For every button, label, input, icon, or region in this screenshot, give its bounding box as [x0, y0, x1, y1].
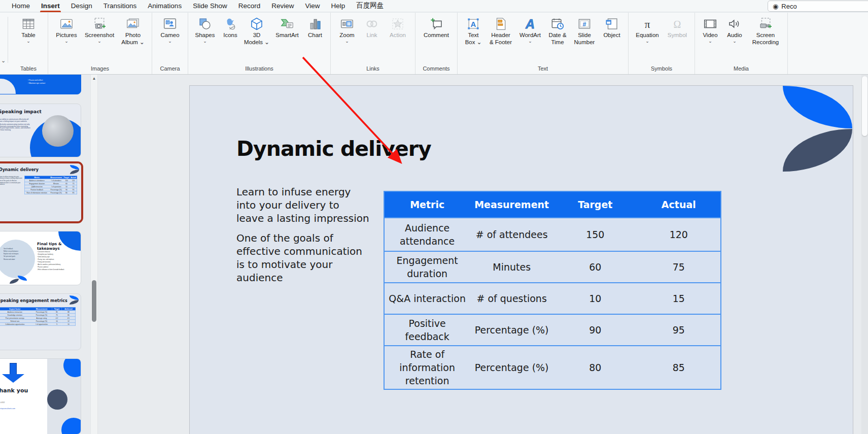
- table-row[interactable]: Audience attendance# of attendees150120: [384, 218, 721, 251]
- table-cell[interactable]: 95: [637, 314, 721, 346]
- menu-tab-百度网盘[interactable]: 百度网盘: [351, 0, 389, 13]
- ribbon-button-object[interactable]: Object: [599, 14, 625, 39]
- menu-tab-help[interactable]: Help: [326, 0, 351, 12]
- table-row[interactable]: Positive feedbackPercentage (%)9095: [384, 314, 721, 346]
- ribbon-group-label-illustrations: Illustrations: [191, 64, 327, 74]
- thumbnail-scrollbar-thumb[interactable]: [92, 280, 96, 322]
- table-cell[interactable]: # of questions: [470, 283, 553, 314]
- slide-paragraph: Learn to infuse energy into your deliver…: [236, 185, 369, 225]
- ribbon-button-chart[interactable]: Chart: [303, 14, 327, 39]
- table-header-metric[interactable]: Metric: [384, 191, 470, 218]
- record-button[interactable]: ◉ Reco: [768, 1, 868, 12]
- chevron-down-icon: ⌄: [97, 39, 101, 44]
- menu-tab-insert[interactable]: Insert: [36, 0, 65, 12]
- ribbon-button-wordart[interactable]: AWordArt⌄: [515, 14, 545, 44]
- ribbon-button-slide-number[interactable]: #SlideNumber: [570, 14, 599, 46]
- ribbon-button-smartart[interactable]: SmartArt: [271, 14, 303, 39]
- chevron-down-icon[interactable]: ⌄: [1, 57, 6, 64]
- thumbnail-scrollbar[interactable]: ▲: [90, 75, 98, 434]
- table-cell[interactable]: Minutes: [470, 251, 553, 283]
- table-cell[interactable]: 15: [637, 283, 721, 314]
- ribbon-button-3d-models[interactable]: 3DModels ⌄: [242, 14, 271, 46]
- canvas-scrollbar-thumb[interactable]: [862, 76, 867, 136]
- table-cell[interactable]: Positive feedback: [384, 314, 470, 346]
- table-cell[interactable]: 150: [553, 218, 637, 251]
- table-cell[interactable]: Rate of information retention: [384, 346, 470, 389]
- slide-thumbnail-5[interactable]: Speaking engagement metricsImpact factor…: [0, 293, 81, 350]
- ribbon-button-label: Screen: [756, 31, 775, 39]
- ribbon-button-text-box[interactable]: ATextBox ⌄: [461, 14, 486, 46]
- table-cell[interactable]: 120: [637, 218, 721, 251]
- menu-tab-review[interactable]: Review: [266, 0, 299, 12]
- ribbon-button-screen-recording[interactable]: ScreenRecording: [747, 14, 784, 46]
- ribbon-button-comment[interactable]: Comment: [419, 14, 454, 39]
- menu-tab-home[interactable]: Home: [6, 0, 36, 12]
- table-header-actual[interactable]: Actual: [637, 191, 721, 218]
- table-cell[interactable]: 10: [553, 283, 637, 314]
- slide-thumbnail-1[interactable]: • Pause and reflect• Maintain eye contac…: [0, 75, 81, 94]
- ribbon-group-links: Zoom⌄LinkActionLinks: [331, 13, 415, 74]
- ribbon-group-camera: PCameo⌄Camera: [152, 13, 188, 74]
- metrics-table[interactable]: MetricMeasurementTargetActualAudience at…: [384, 191, 721, 390]
- slide-body-textbox[interactable]: Learn to infuse energy into your deliver…: [236, 185, 369, 284]
- menu-tab-animations[interactable]: Animations: [142, 0, 187, 12]
- menu-tab-design[interactable]: Design: [65, 0, 98, 12]
- ribbon-button-cameo[interactable]: PCameo⌄: [155, 14, 185, 44]
- ribbon-button-equation[interactable]: πEquation⌄: [632, 14, 663, 44]
- scroll-up-icon[interactable]: ▲: [91, 76, 97, 81]
- table-cell[interactable]: Q&A interaction: [384, 283, 470, 314]
- slide-title[interactable]: Dynamic delivery: [236, 137, 431, 161]
- photo-album-icon: [125, 16, 141, 31]
- ribbon-button-zoom[interactable]: Zoom⌄: [334, 14, 360, 44]
- slide-thumbnail-4[interactable]: Seek feedbackReflect on performanceExplo…: [0, 231, 81, 285]
- table-row[interactable]: Rate of information retentionPercentage …: [384, 346, 721, 389]
- table-cell[interactable]: Percentage (%): [470, 346, 553, 389]
- slide-canvas[interactable]: Dynamic delivery Learn to infuse energy …: [189, 85, 853, 434]
- chevron-down-icon: ⌄: [203, 39, 207, 44]
- ribbon-button-label: Screenshot: [85, 31, 114, 39]
- menu-tab-record[interactable]: Record: [233, 0, 266, 12]
- table-cell[interactable]: 75: [637, 251, 721, 283]
- ribbon-button-icons[interactable]: Icons: [219, 14, 242, 39]
- menu-tab-slide-show[interactable]: Slide Show: [187, 0, 233, 12]
- slide-thumbnail-2[interactable]: Speaking impactYour ability to communica…: [0, 104, 81, 157]
- slide-thumbnail-3-selected[interactable]: Dynamic deliveryLearn to infuse energy i…: [0, 161, 83, 223]
- symbol-icon: Ω: [670, 16, 685, 31]
- text-box-icon: A: [466, 16, 481, 31]
- ribbon-button-shapes[interactable]: Shapes⌄: [191, 14, 219, 44]
- ribbon-button-photo-album[interactable]: PhotoAlbum ⌄: [117, 14, 149, 46]
- ribbon-button-label: 3D: [253, 31, 261, 39]
- table-cell[interactable]: Audience attendance: [384, 218, 470, 251]
- shapes-icon: [197, 16, 213, 31]
- ribbon-button-action: Action: [384, 14, 412, 39]
- table-cell[interactable]: 80: [553, 346, 637, 389]
- table-row[interactable]: Q&A interaction# of questions1015: [384, 283, 721, 314]
- ribbon-button-header-footer[interactable]: Header& Footer: [486, 14, 515, 46]
- thumbnail-title: Speaking impact: [0, 109, 42, 114]
- ribbon-button-label: Text: [468, 31, 478, 39]
- menu-tab-view[interactable]: View: [299, 0, 325, 12]
- table-cell[interactable]: 85: [637, 346, 721, 389]
- ribbon-button-pictures[interactable]: Pictures⌄: [51, 14, 82, 44]
- ribbon-button-label: Chart: [308, 31, 322, 39]
- ribbon-button-date-time[interactable]: Date &Time: [545, 14, 570, 46]
- table-row[interactable]: Engagement durationMinutes6075: [384, 251, 721, 283]
- ribbon-button-table[interactable]: Table⌄: [12, 14, 45, 44]
- menu-tab-transitions[interactable]: Transitions: [98, 0, 143, 12]
- table-cell[interactable]: 90: [553, 314, 637, 346]
- table-cell[interactable]: Engagement duration: [384, 251, 470, 283]
- chevron-down-icon: ⌄: [64, 39, 68, 44]
- table-header-target[interactable]: Target: [553, 191, 637, 218]
- chevron-down-icon: ⌄: [26, 39, 30, 44]
- ribbon-button-screenshot[interactable]: Screenshot⌄: [82, 14, 117, 44]
- ribbon-button-video[interactable]: Video⌄: [698, 14, 722, 44]
- table-header-measurement[interactable]: Measurement: [470, 191, 553, 218]
- canvas-scrollbar[interactable]: [861, 75, 868, 434]
- slide-thumbnail-6[interactable]: Thank you12-555-0152ita@firstupconsultan…: [0, 358, 81, 434]
- table-cell[interactable]: Percentage (%): [470, 314, 553, 346]
- table-cell[interactable]: # of attendees: [470, 218, 553, 251]
- svg-text:A: A: [525, 17, 535, 31]
- ribbon-button-audio[interactable]: Audio⌄: [722, 14, 747, 44]
- table-cell[interactable]: 60: [553, 251, 637, 283]
- ribbon-group-label-media: Media: [698, 64, 784, 74]
